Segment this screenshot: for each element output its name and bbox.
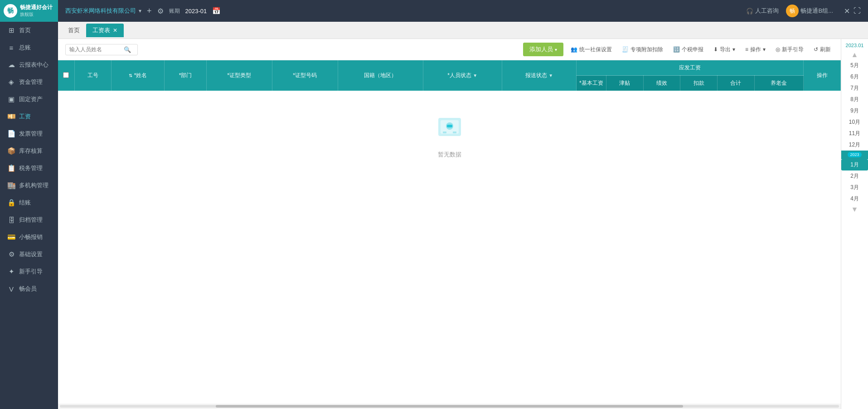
sidebar-item-fund[interactable]: ◈ 资金管理 (0, 73, 58, 91)
sidebar-item-archive[interactable]: 🗄 归档管理 (0, 211, 58, 229)
sidebar-item-label: 新手引导 (19, 268, 43, 276)
report-status-filter-icon[interactable]: ▼ (548, 73, 553, 78)
company-name: 西安虾米网络科技有限公司 (65, 7, 136, 15)
sidebar-item-label: 云报表中心 (19, 61, 48, 69)
period-label: 账期 (169, 7, 180, 15)
month-item-4[interactable]: 4月 (841, 193, 868, 204)
logo: 畅 畅捷通好会计 旗舰版 (0, 0, 58, 22)
home-icon: ⊞ (7, 26, 15, 34)
sidebar-item-label: 库存核算 (19, 147, 43, 155)
select-all-checkbox[interactable] (63, 72, 69, 78)
tabs-bar: 首页 工资表 ✕ (58, 22, 868, 39)
month-item-1[interactable]: 1月 (841, 159, 868, 170)
period-display: 2023.01 (845, 41, 865, 50)
tax-icon: 🔢 (673, 46, 680, 53)
sidebar-item-member[interactable]: V 畅会员 (0, 280, 58, 297)
sidebar-item-guide[interactable]: ✦ 新手引导 (0, 263, 58, 280)
cloud-icon: ☁ (7, 61, 15, 69)
th-employee-status: *人员状态 ▼ (423, 60, 502, 91)
th-nationality: 国籍（地区） (338, 60, 423, 91)
year-label: 2023 (841, 151, 868, 159)
sidebar-item-ledger[interactable]: ≡ 总账 (0, 39, 58, 56)
topbar: 西安虾米网络科技有限公司 ▾ + ⚙ 账期 2023-01 📅 🎧 人工咨询 畅… (58, 0, 868, 22)
month-item-9[interactable]: 9月 (841, 105, 868, 117)
search-input[interactable] (69, 46, 124, 53)
sidebar: 畅 畅捷通好会计 旗舰版 ⊞ 首页 ≡ 总账 ☁ 云报表中心 ◈ 资金管理 ▣ … (0, 0, 58, 409)
sidebar-item-multi-org[interactable]: 🏬 多机构管理 (0, 177, 58, 194)
employee-status-filter-icon[interactable]: ▼ (473, 73, 477, 78)
member-icon: V (7, 285, 15, 293)
headset-icon: 🎧 (746, 8, 753, 15)
username: 畅捷通B组... (800, 7, 833, 15)
sidebar-item-expense[interactable]: 💳 小畅报销 (0, 229, 58, 246)
window-close-button[interactable]: ✕ (844, 7, 850, 15)
assets-icon: ▣ (7, 95, 15, 103)
tax-report-button[interactable]: 🔢 个税申报 (670, 44, 706, 55)
operation-button[interactable]: ≡ 操作 ▾ (742, 44, 768, 55)
month-item-8[interactable]: 8月 (841, 94, 868, 105)
inventory-icon: 📦 (7, 147, 15, 155)
month-item-6[interactable]: 6月 (841, 71, 868, 83)
multi-org-icon: 🏬 (7, 181, 15, 190)
tab-home-label: 首页 (68, 26, 80, 34)
special-deduction-button[interactable]: 🧾 专项附加扣除 (619, 44, 666, 55)
th-base-salary: *基本工资 (577, 76, 606, 91)
content-inner: 🔍 添加人员 ▾ 👥 统一社保设置 🧾 专项附加扣除 (58, 39, 841, 409)
month-item-2[interactable]: 2月 (841, 170, 868, 182)
company-dropdown-icon: ▾ (139, 8, 141, 14)
export-icon: ⬇ (713, 46, 718, 53)
sidebar-item-close-account[interactable]: 🔒 结账 (0, 194, 58, 211)
guide-button[interactable]: ◎ 新手引导 (773, 44, 806, 55)
year-next-button[interactable]: ▼ (841, 204, 868, 214)
month-item-10[interactable]: 10月 (841, 117, 868, 128)
sidebar-item-label: 基础设置 (19, 250, 43, 258)
th-checkbox (58, 60, 74, 91)
month-item-12[interactable]: 12月 (841, 139, 868, 151)
support-button[interactable]: 🎧 人工咨询 (746, 7, 779, 15)
logo-icon: 畅 (4, 4, 17, 18)
company-selector[interactable]: 西安虾米网络科技有限公司 ▾ (65, 7, 141, 15)
year-prev-button[interactable]: ▲ (841, 50, 868, 60)
topbar-settings-icon[interactable]: ⚙ (157, 7, 164, 15)
sidebar-item-fixed-assets[interactable]: ▣ 固定资产 (0, 91, 58, 108)
sidebar-item-settings[interactable]: ⚙ 基础设置 (0, 246, 58, 263)
th-deduction: 扣款 (680, 76, 718, 91)
tab-salary-table[interactable]: 工资表 ✕ (86, 24, 124, 37)
topbar-add-icon[interactable]: + (147, 6, 152, 16)
sidebar-item-tax[interactable]: 📋 税务管理 (0, 160, 58, 177)
th-salary-group: 应发工资 (577, 60, 804, 76)
avatar: 畅 (786, 5, 799, 17)
add-person-button[interactable]: 添加人员 ▾ (523, 43, 563, 56)
month-item-5[interactable]: 5月 (841, 60, 868, 71)
tax-icon: 📋 (7, 164, 15, 172)
year-panel: 2023.01 ▲ 5月 6月 7月 8月 9月 10月 11月 12月 202… (841, 39, 868, 409)
tab-close-icon[interactable]: ✕ (113, 27, 117, 34)
topbar-right: 🎧 人工咨询 畅 畅捷通B组... ✕ ⛶ (746, 5, 861, 17)
refresh-button[interactable]: ↺ 刷新 (811, 44, 834, 55)
sidebar-item-cloud-report[interactable]: ☁ 云报表中心 (0, 56, 58, 73)
month-item-3[interactable]: 3月 (841, 182, 868, 193)
window-maximize-button[interactable]: ⛶ (853, 7, 861, 15)
chevron-down-icon: ▾ (555, 47, 557, 52)
sidebar-item-label: 归档管理 (19, 216, 43, 224)
sidebar-item-invoice[interactable]: 📄 发票管理 (0, 125, 58, 142)
archive-icon: 🗄 (7, 216, 15, 224)
sidebar-item-home[interactable]: ⊞ 首页 (0, 22, 58, 39)
user-info[interactable]: 畅 畅捷通B组... (786, 5, 833, 17)
tab-home[interactable]: 首页 (62, 24, 86, 37)
period-value: 2023-01 (185, 8, 207, 15)
month-item-7[interactable]: 7月 (841, 83, 868, 94)
sidebar-item-salary[interactable]: 💴 工资 (0, 108, 58, 125)
sidebar-item-label: 税务管理 (19, 164, 43, 172)
settings-icon: ⚙ (7, 250, 15, 258)
export-button[interactable]: ⬇ 导出 ▾ (711, 44, 738, 55)
social-security-button[interactable]: 👥 统一社保设置 (568, 44, 615, 55)
special-deduction-icon: 🧾 (622, 46, 629, 53)
sidebar-item-inventory[interactable]: 📦 库存核算 (0, 142, 58, 160)
th-id-type: *证型类型 (206, 60, 272, 91)
th-name: ⇅ *姓名 (112, 60, 165, 91)
calendar-icon[interactable]: 📅 (212, 7, 221, 15)
scrollbar-thumb[interactable] (216, 405, 683, 408)
month-item-11[interactable]: 11月 (841, 128, 868, 139)
operation-icon: ≡ (745, 46, 748, 53)
